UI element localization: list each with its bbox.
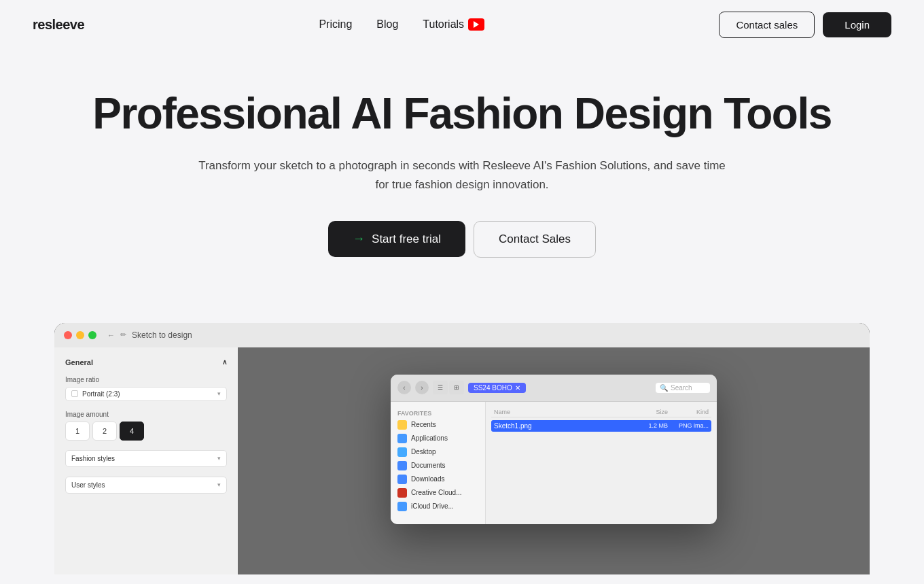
general-label: General <box>65 358 93 366</box>
hero-section: Professional AI Fashion Design Tools Tra… <box>0 49 924 323</box>
traffic-light-green <box>88 331 96 339</box>
fd-item-applications[interactable]: Applications <box>391 432 485 445</box>
header-actions: Contact sales Login <box>719 12 891 38</box>
hero-buttons: → Start free trial Contact Sales <box>33 221 891 258</box>
file-dialog-toolbar: ‹ › ☰ ⊞ SS24 BOHO ✕ 🔍 Search <box>391 375 717 402</box>
fd-search-placeholder: Search <box>671 384 692 392</box>
arrow-icon: → <box>353 232 365 246</box>
fd-search: 🔍 Search <box>656 383 710 393</box>
checkbox-icon <box>71 390 78 397</box>
fd-item-recents[interactable]: Recents <box>391 418 485 432</box>
fd-list-view-btn[interactable]: ☰ <box>433 381 448 394</box>
contact-sales-hero-button[interactable]: Contact Sales <box>474 221 596 258</box>
fd-item-documents[interactable]: Documents <box>391 459 485 473</box>
tutorials-label: Tutorials <box>423 18 464 31</box>
app-body: General ∧ Image ratio Portrait (2:3) ▾ I… <box>54 347 870 574</box>
fd-forward-btn[interactable]: › <box>415 381 429 394</box>
file-dialog-body: Favorites Recents Applications <box>391 402 717 524</box>
main-nav: Pricing Blog Tutorials <box>319 18 484 31</box>
applications-label: Applications <box>411 434 448 442</box>
creative-cloud-label: Creative Cloud... <box>411 489 461 496</box>
file-kind: PNG ima... <box>668 422 709 429</box>
file-name: Sketch1.png <box>494 422 627 430</box>
user-styles-field: User styles ▾ <box>65 477 227 494</box>
fd-view-controls: ☰ ⊞ <box>433 381 464 394</box>
hero-subtitle: Transform your sketch to a photograph in… <box>190 156 734 193</box>
file-size: 1.2 MB <box>627 422 668 429</box>
contact-sales-button[interactable]: Contact sales <box>719 12 815 38</box>
back-arrow-icon: ← <box>107 331 115 339</box>
start-trial-label: Start free trial <box>372 233 441 246</box>
brand-name: resleeve <box>33 17 84 32</box>
fd-breadcrumb: SS24 BOHO ✕ <box>468 383 526 393</box>
fd-table-header: Name Size Kind <box>491 407 711 417</box>
recents-label: Recents <box>411 421 436 428</box>
fd-item-desktop[interactable]: Desktop <box>391 445 485 459</box>
nav-pricing[interactable]: Pricing <box>319 18 352 31</box>
user-styles-dropdown[interactable]: User styles ▾ <box>65 477 227 494</box>
col-size: Size <box>627 409 668 415</box>
user-styles-label: User styles <box>71 481 105 489</box>
fd-item-icloud[interactable]: iCloud Drive... <box>391 500 485 513</box>
header: resleeve Pricing Blog Tutorials Contact … <box>0 0 924 49</box>
app-main: ‹ › ☰ ⊞ SS24 BOHO ✕ 🔍 Search <box>238 347 870 574</box>
fd-sidebar: Favorites Recents Applications <box>391 402 486 524</box>
image-amount-label: Image amount <box>65 411 227 418</box>
fd-back-btn[interactable]: ‹ <box>397 381 411 394</box>
sidebar-general-section: General ∧ <box>65 358 227 366</box>
fashion-styles-field: Fashion styles ▾ <box>65 450 227 467</box>
image-ratio-field: Image ratio Portrait (2:3) ▾ <box>65 376 227 401</box>
logo: resleeve <box>33 17 84 33</box>
nav-blog[interactable]: Blog <box>376 18 398 31</box>
start-trial-button[interactable]: → Start free trial <box>328 221 465 257</box>
traffic-light-yellow <box>76 331 84 339</box>
applications-icon <box>397 434 407 443</box>
nav-tutorials[interactable]: Tutorials <box>423 18 484 31</box>
app-preview: ← ✏ Sketch to design General ∧ Image rat… <box>54 323 870 574</box>
fashion-styles-label: Fashion styles <box>71 455 115 462</box>
downloads-label: Downloads <box>411 475 444 483</box>
search-icon: 🔍 <box>660 384 668 392</box>
fd-item-creative-cloud[interactable]: Creative Cloud... <box>391 486 485 500</box>
amount-btn-2[interactable]: 2 <box>92 422 117 441</box>
hero-title: Professional AI Fashion Design Tools <box>33 90 891 137</box>
amount-btn-1[interactable]: 1 <box>65 422 90 441</box>
col-kind: Kind <box>668 409 709 415</box>
image-amount-field: Image amount 1 2 4 <box>65 411 227 441</box>
app-sidebar: General ∧ Image ratio Portrait (2:3) ▾ I… <box>54 347 238 574</box>
chevron-down-icon: ▾ <box>217 481 221 488</box>
col-name: Name <box>494 409 627 415</box>
chevron-down-icon: ▾ <box>217 455 221 462</box>
window-chrome: ← ✏ Sketch to design <box>54 323 870 347</box>
youtube-icon <box>468 18 484 31</box>
fd-breadcrumb-text: SS24 BOHO <box>474 384 512 392</box>
pencil-icon: ✏ <box>120 330 126 339</box>
fd-content: Name Size Kind Sketch1.png 1.2 MB PNG im… <box>486 402 717 524</box>
window-title-bar: ← ✏ Sketch to design <box>102 330 860 340</box>
collapse-icon: ∧ <box>222 358 227 366</box>
downloads-icon <box>397 475 407 484</box>
amount-btn-4[interactable]: 4 <box>120 422 144 441</box>
window-title: Sketch to design <box>132 330 192 340</box>
fd-favorites-header: Favorites <box>391 407 485 418</box>
documents-label: Documents <box>411 462 446 469</box>
documents-icon <box>397 461 407 470</box>
chevron-down-icon: ▾ <box>217 390 221 397</box>
image-ratio-select[interactable]: Portrait (2:3) ▾ <box>65 387 227 401</box>
app-preview-inner: ← ✏ Sketch to design General ∧ Image rat… <box>54 323 870 574</box>
file-dialog: ‹ › ☰ ⊞ SS24 BOHO ✕ 🔍 Search <box>391 375 717 524</box>
recents-icon <box>397 420 407 430</box>
traffic-lights <box>64 331 96 339</box>
fd-grid-view-btn[interactable]: ⊞ <box>449 381 464 394</box>
fd-file-row-sketch[interactable]: Sketch1.png 1.2 MB PNG ima... <box>491 420 711 432</box>
image-amount-buttons: 1 2 4 <box>65 422 227 441</box>
icloud-icon <box>397 502 407 511</box>
fd-close-icon[interactable]: ✕ <box>515 384 520 392</box>
creative-cloud-icon <box>397 488 407 498</box>
fashion-styles-dropdown[interactable]: Fashion styles ▾ <box>65 450 227 467</box>
image-ratio-label: Image ratio <box>65 376 227 383</box>
image-ratio-value: Portrait (2:3) <box>82 390 120 398</box>
fd-item-downloads[interactable]: Downloads <box>391 473 485 486</box>
login-button[interactable]: Login <box>823 12 891 37</box>
icloud-label: iCloud Drive... <box>411 502 454 510</box>
